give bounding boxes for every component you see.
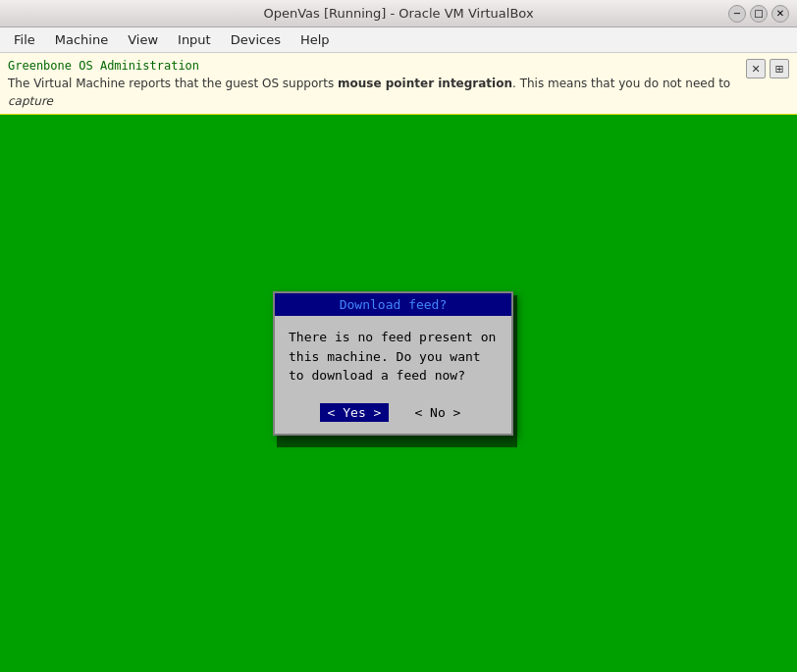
- yes-button[interactable]: < Yes >: [320, 403, 390, 422]
- menubar: File Machine View Input Devices Help: [0, 27, 797, 53]
- titlebar-controls: − □ ✕: [728, 5, 789, 23]
- notification-bar: Greenbone OS Administration The Virtual …: [0, 53, 797, 115]
- menu-input[interactable]: Input: [168, 29, 221, 50]
- dialog-titlebar: Download feed?: [275, 293, 511, 316]
- menu-devices[interactable]: Devices: [221, 29, 291, 50]
- notification-text: Greenbone OS Administration The Virtual …: [8, 57, 738, 110]
- notification-title: Greenbone OS Administration: [8, 59, 199, 73]
- maximize-button[interactable]: □: [750, 5, 768, 23]
- titlebar: OpenVas [Running] - Oracle VM VirtualBox…: [0, 0, 797, 27]
- download-feed-dialog: Download feed? There is no feed present …: [273, 291, 513, 436]
- notification-close-icon[interactable]: ✕: [746, 59, 766, 78]
- vm-screen[interactable]: Download feed? There is no feed present …: [0, 115, 797, 672]
- menu-file[interactable]: File: [4, 29, 45, 50]
- notification-body: The Virtual Machine reports that the gue…: [8, 77, 730, 108]
- menu-machine[interactable]: Machine: [45, 29, 118, 50]
- dialog-buttons: < Yes > < No >: [275, 395, 511, 434]
- minimize-button[interactable]: −: [728, 5, 746, 23]
- menu-help[interactable]: Help: [291, 29, 340, 50]
- dialog-body: There is no feed present on this machine…: [275, 316, 511, 395]
- no-button[interactable]: < No >: [408, 403, 466, 422]
- close-button[interactable]: ✕: [771, 5, 789, 23]
- notification-info-icon[interactable]: ⊞: [770, 59, 789, 78]
- window-title: OpenVas [Running] - Oracle VM VirtualBox: [263, 6, 533, 21]
- notification-controls: ✕ ⊞: [746, 59, 789, 78]
- menu-view[interactable]: View: [118, 29, 168, 50]
- dialog-title: Download feed?: [340, 297, 448, 312]
- dialog-message: There is no feed present on this machine…: [289, 330, 496, 383]
